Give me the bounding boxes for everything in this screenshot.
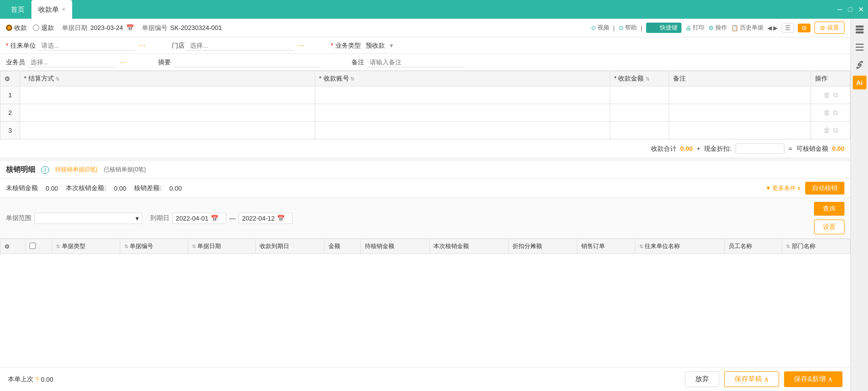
- calendar-icon[interactable]: 📅: [126, 24, 134, 31]
- partner-more-btn[interactable]: ···: [138, 41, 146, 50]
- reconcile-info-icon[interactable]: i: [41, 166, 49, 174]
- save-new-button[interactable]: 保存&新增 ∧: [784, 371, 842, 387]
- shortcut-btn[interactable]: ⌨ 快捷键: [646, 23, 681, 33]
- cell-settlement-3[interactable]: [20, 122, 315, 140]
- bt-check-col[interactable]: [25, 239, 52, 254]
- auto-reconcile-btn[interactable]: 自动核销: [805, 182, 844, 195]
- range-select[interactable]: ▾: [34, 213, 142, 224]
- cell-actions-1: 🗑 ⧉: [811, 86, 850, 104]
- toolbar: 收款 退款 单据日期 2023-03-24 📅 单据编号 SK-20230324…: [0, 19, 850, 37]
- close-tab-icon[interactable]: ×: [62, 0, 65, 19]
- copy-icon-1[interactable]: ⧉: [833, 91, 838, 99]
- cell-settlement-2[interactable]: [20, 104, 315, 122]
- sidebar-link-icon[interactable]: [853, 58, 867, 72]
- store-more-btn[interactable]: ···: [297, 41, 305, 50]
- carry-info-icon[interactable]: ?: [35, 376, 39, 383]
- draft-chevron-icon[interactable]: ∧: [764, 375, 769, 383]
- cell-amount-3[interactable]: [610, 122, 669, 140]
- cell-remark-2[interactable]: [669, 104, 811, 122]
- maximize-icon[interactable]: □: [848, 5, 852, 13]
- print-btn[interactable]: 🖨 打印: [685, 24, 705, 32]
- pending-tab[interactable]: 待核销单据(0笔): [55, 166, 98, 174]
- partner-input[interactable]: [38, 40, 136, 51]
- radio-receive[interactable]: 收款: [6, 24, 27, 32]
- minimize-icon[interactable]: ─: [838, 5, 842, 13]
- video-btn[interactable]: ⊙ 视频: [591, 24, 609, 32]
- sort-settlement-icon[interactable]: ⇅: [55, 76, 59, 82]
- payment-table-container: ⚙ * 结算方式 ⇅ * 收款账号 ⇅ *: [0, 71, 850, 158]
- cell-remark-3[interactable]: [669, 122, 811, 140]
- list-view-icon[interactable]: ☰: [785, 25, 790, 31]
- sidebar-list-icon[interactable]: [853, 40, 867, 54]
- sidebar-table-icon[interactable]: [853, 23, 867, 36]
- biz-type-dropdown-icon[interactable]: ▾: [390, 42, 393, 49]
- cell-account-1[interactable]: [315, 86, 610, 104]
- bt-current-col: 本次核销金额: [429, 239, 508, 254]
- store-input[interactable]: [187, 40, 295, 51]
- delete-icon-3[interactable]: 🗑: [823, 126, 830, 135]
- copy-icon-2[interactable]: ⧉: [833, 109, 838, 117]
- bt-dept-col: ⇅ 部门名称: [782, 239, 850, 254]
- cell-settlement-1[interactable]: [20, 86, 315, 104]
- discard-button[interactable]: 放弃: [685, 371, 719, 387]
- save-draft-button[interactable]: 保存草稿 ∧: [724, 371, 779, 387]
- bt-amount-col: 金额: [324, 239, 360, 254]
- cell-remark-1[interactable]: [669, 86, 811, 104]
- operate-btn[interactable]: ⚙ 操作: [708, 24, 727, 32]
- cell-actions-2: 🗑 ⧉: [811, 104, 850, 122]
- filter-settings-btn[interactable]: 设置: [814, 220, 844, 234]
- prev-icon[interactable]: ◀: [767, 25, 772, 31]
- close-window-icon[interactable]: ✕: [858, 5, 864, 13]
- svg-rect-5: [856, 50, 864, 51]
- table-gear-header[interactable]: ⚙: [0, 71, 20, 86]
- discount-input[interactable]: [735, 143, 785, 154]
- row-num-1: 1: [0, 86, 20, 104]
- help-btn[interactable]: ⊙ 帮助: [619, 24, 637, 32]
- cell-account-3[interactable]: [315, 122, 610, 140]
- summary-input[interactable]: [173, 57, 320, 67]
- receive-refund-toggle: 收款 退款: [6, 24, 54, 32]
- done-tab[interactable]: 已核销单据(0笔): [104, 166, 146, 174]
- staff-input[interactable]: [27, 57, 116, 67]
- radio-refund[interactable]: 退款: [33, 24, 54, 32]
- calendar-to-icon[interactable]: 📅: [277, 215, 285, 222]
- filter-icon: ▼: [765, 185, 771, 192]
- sort-account-icon[interactable]: ⇅: [351, 76, 354, 82]
- nav-home[interactable]: 首页: [4, 0, 31, 19]
- sort-amount-icon[interactable]: ⇅: [646, 76, 650, 82]
- bt-sales-col: 销售订单: [577, 239, 635, 254]
- col-account-header: * 收款账号 ⇅: [315, 71, 610, 86]
- delete-icon-1[interactable]: 🗑: [823, 91, 830, 99]
- cell-amount-1[interactable]: [610, 86, 669, 104]
- expand-btn[interactable]: ⊞: [798, 24, 811, 32]
- more-conditions-btn[interactable]: ▼ 更多条件 ∧: [765, 184, 801, 193]
- bt-partner-col: ⇅ 往来单位名称: [635, 239, 724, 254]
- query-btn[interactable]: 查询: [814, 202, 844, 216]
- history-btn[interactable]: 📋 历史单据: [731, 24, 763, 32]
- settings-button[interactable]: ⚙ 设置: [814, 22, 844, 34]
- expand-icon: ⊞: [802, 25, 807, 31]
- bt-gear-col[interactable]: ⚙: [0, 239, 26, 254]
- staff-more-btn[interactable]: ···: [118, 58, 127, 67]
- calendar-from-icon[interactable]: 📅: [211, 215, 218, 222]
- nav-arrows[interactable]: ◀ ▶: [767, 25, 778, 31]
- bt-pending-col: 待核销金额: [361, 239, 430, 254]
- remark-input[interactable]: [366, 57, 464, 67]
- copy-icon-3[interactable]: ⧉: [833, 126, 838, 135]
- date-to-input[interactable]: 2022-04-12 📅: [239, 213, 293, 224]
- cell-amount-2[interactable]: [610, 104, 669, 122]
- nav-active-tab[interactable]: 收款单 ×: [31, 0, 72, 19]
- right-sidebar: Ai: [850, 19, 868, 391]
- date-from-input[interactable]: 2022-04-01 📅: [172, 213, 226, 224]
- carry-info: 本单上次 ? 0.00: [8, 375, 54, 384]
- biz-type-field: * 业务类型 预收款 ▾: [331, 41, 393, 50]
- cell-account-2[interactable]: [315, 104, 610, 122]
- sidebar-ai-icon[interactable]: Ai: [853, 76, 867, 89]
- col-operate-header: 操作: [811, 71, 850, 86]
- delete-icon-2[interactable]: 🗑: [823, 109, 830, 117]
- next-icon[interactable]: ▶: [773, 25, 778, 31]
- bt-date-col: ⇅ 单据日期: [188, 239, 255, 254]
- save-chevron-icon[interactable]: ∧: [828, 375, 833, 383]
- view-toggle[interactable]: ☰: [782, 23, 794, 33]
- select-all-checkbox[interactable]: [29, 243, 36, 249]
